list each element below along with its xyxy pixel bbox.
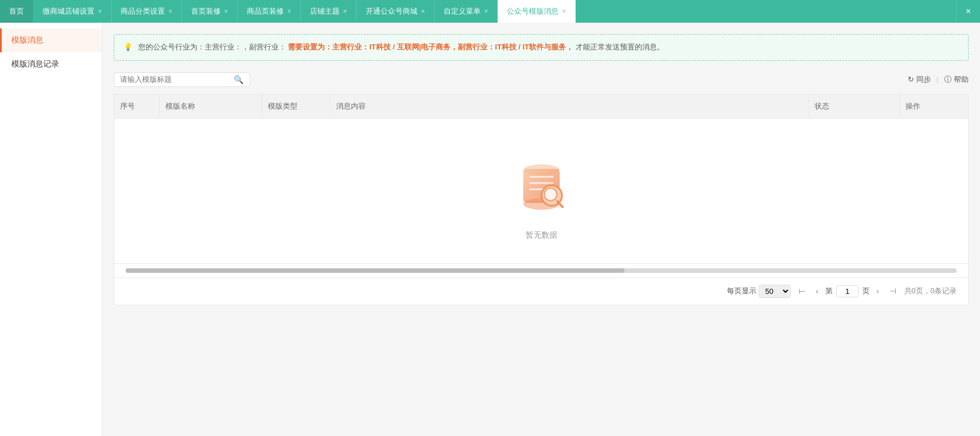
empty-text: 暂无数据	[526, 230, 557, 240]
empty-icon	[507, 153, 576, 221]
nav-close-open-mall[interactable]: ×	[421, 7, 425, 15]
search-bar: 🔍 ↻ 同步 | ⓘ 帮助	[114, 72, 969, 87]
nav-label-product-decor: 商品页装修	[247, 6, 284, 16]
nav-close-home-decor[interactable]: ×	[224, 7, 228, 15]
nav-label-home: 首页	[9, 6, 24, 16]
col-header-name: 模版名称	[160, 94, 262, 118]
sync-button[interactable]: ↻ 同步	[908, 74, 931, 85]
sidebar-label-template-msg: 模版消息	[11, 35, 43, 44]
nav-close-store-settings[interactable]: ×	[98, 7, 102, 15]
col-header-status: 状态	[809, 94, 900, 118]
page-input[interactable]	[836, 285, 859, 297]
first-page-button[interactable]: ⊢	[795, 285, 809, 297]
toolbar-right: ↻ 同步 | ⓘ 帮助	[908, 74, 969, 85]
nav-item-home[interactable]: 首页	[0, 0, 34, 23]
last-page-button[interactable]: ⊣	[886, 285, 900, 297]
help-button[interactable]: ⓘ 帮助	[944, 74, 969, 85]
help-label: 帮助	[954, 74, 969, 85]
nav-close-custom-menu[interactable]: ×	[484, 7, 488, 15]
nav-item-open-mall[interactable]: 开通公众号商城 ×	[357, 0, 435, 23]
nav-item-theme[interactable]: 店铺主题 ×	[301, 0, 357, 23]
nav-item-category[interactable]: 商品分类设置 ×	[111, 0, 182, 23]
toolbar-divider: |	[937, 75, 938, 84]
sync-label: 同步	[916, 74, 931, 85]
col-header-index: 序号	[114, 94, 160, 118]
sidebar-item-template-msg[interactable]: 模版消息	[0, 28, 102, 52]
main-layout: 模版消息 模版消息记录 💡 您的公众号行业为：主营行业：，副营行业： 需要设置为…	[0, 23, 980, 436]
pagination: 每页显示 10 20 50 100 ⊢ ‹ 第 页 › ⊣	[114, 277, 968, 305]
sidebar-item-template-msg-record[interactable]: 模版消息记录	[0, 52, 102, 76]
scrollbar-track[interactable]	[126, 268, 957, 273]
page-controls: ⊢ ‹ 第 页 › ⊣	[795, 285, 899, 297]
notice-highlight: 需要设置为：主营行业：IT科技 / 互联网|电子商务，副营行业：IT科技 / I…	[288, 43, 573, 51]
refresh-icon: ↻	[908, 75, 914, 84]
page-suffix: 页	[862, 286, 870, 296]
nav-close-template-msg[interactable]: ×	[562, 7, 566, 15]
search-icon[interactable]: 🔍	[234, 75, 243, 84]
nav-close-product-decor[interactable]: ×	[287, 7, 291, 15]
nav-label-home-decor: 首页装修	[191, 6, 221, 16]
nav-item-home-decor[interactable]: 首页装修 ×	[182, 0, 238, 23]
total-info: 共0页，0条记录	[904, 286, 957, 296]
table-header: 序号 模版名称 模版类型 消息内容 状态 操作	[114, 94, 968, 119]
per-page-label: 每页显示	[727, 286, 756, 296]
nav-label-template-msg: 公众号模版消息	[507, 6, 559, 16]
per-page-dropdown[interactable]: 10 20 50 100	[759, 285, 791, 298]
nav-item-product-decor[interactable]: 商品页装修 ×	[238, 0, 301, 23]
nav-item-store-settings[interactable]: 微商城店铺设置 ×	[34, 0, 111, 23]
nav-item-template-msg[interactable]: 公众号模版消息 ×	[498, 0, 576, 23]
nav-item-custom-menu[interactable]: 自定义菜单 ×	[435, 0, 498, 23]
search-input-wrap: 🔍	[114, 72, 250, 87]
col-header-action: 操作	[900, 94, 968, 118]
sidebar: 模版消息 模版消息记录	[0, 23, 102, 436]
notice-text2: 才能正常发送预置的消息。	[576, 43, 664, 51]
nav-close-category[interactable]: ×	[168, 7, 172, 15]
close-all-tabs-button[interactable]: ×	[956, 0, 980, 23]
help-icon: ⓘ	[944, 74, 952, 85]
col-header-content: 消息内容	[330, 94, 809, 118]
col-header-type: 模版类型	[262, 94, 330, 118]
data-table: 序号 模版名称 模版类型 消息内容 状态 操作	[114, 94, 969, 305]
notice-box: 💡 您的公众号行业为：主营行业：，副营行业： 需要设置为：主营行业：IT科技 /…	[114, 34, 969, 61]
scrollbar-thumb[interactable]	[126, 268, 625, 273]
nav-label-store-settings: 微商城店铺设置	[43, 6, 94, 16]
page-label: 第	[825, 286, 833, 296]
nav-close-theme[interactable]: ×	[343, 7, 347, 15]
close-all-icon: ×	[966, 6, 971, 16]
nav-label-theme: 店铺主题	[310, 6, 340, 16]
prev-page-button[interactable]: ‹	[812, 285, 822, 297]
main-content: 💡 您的公众号行业为：主营行业：，副营行业： 需要设置为：主营行业：IT科技 /…	[102, 23, 980, 436]
nav-label-open-mall: 开通公众号商城	[366, 6, 417, 16]
per-page-select: 每页显示 10 20 50 100	[727, 285, 791, 298]
horizontal-scrollbar[interactable]	[114, 263, 968, 277]
svg-point-7	[544, 188, 557, 201]
nav-label-category: 商品分类设置	[121, 6, 165, 16]
nav-label-custom-menu: 自定义菜单	[444, 6, 481, 16]
next-page-button[interactable]: ›	[873, 285, 883, 297]
sidebar-label-template-msg-record: 模版消息记录	[11, 59, 59, 68]
empty-state: 暂无数据	[114, 119, 968, 263]
notice-text1: 您的公众号行业为：主营行业：，副营行业：	[138, 43, 286, 51]
bulb-icon: 💡	[123, 43, 133, 51]
search-input[interactable]	[120, 75, 234, 84]
top-nav: 首页 微商城店铺设置 × 商品分类设置 × 首页装修 × 商品页装修 × 店铺主…	[0, 0, 980, 23]
